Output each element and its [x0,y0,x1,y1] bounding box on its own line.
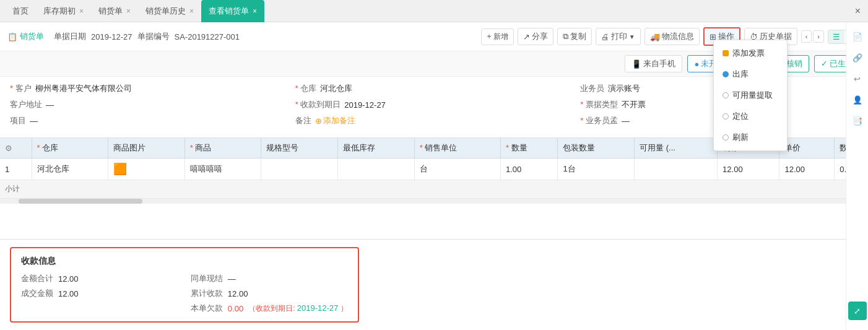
doc-date-value: 2019-12-27 [91,32,132,41]
tab-inventory[interactable]: 库存期初 × [36,0,91,22]
bottom-section: 收款信息 金额合计 12.00 同单现结 — 成交金额 12.00 累计收款 1… [0,239,868,330]
th-price: 单价 [779,138,835,158]
tab-sales[interactable]: 销货单 × [91,0,138,22]
sidebar-link-icon[interactable]: 🔗 [848,48,867,67]
ticket-type-label: 票据类型 [580,99,618,110]
tab-home[interactable]: 首页 [5,0,36,22]
staff2-label: 业务员孟 [580,115,618,126]
outbound-label: 出库 [732,69,749,80]
dropdown-outbound[interactable]: 出库 [714,64,787,85]
staff-label: 业务员 [580,83,604,94]
tab-view-sales-close[interactable]: × [253,7,257,15]
print-button[interactable]: 🖨 打印 ▼ [596,28,641,45]
cell-current-stock: 12.00 [718,158,779,180]
add-note-button[interactable]: ⊕ 添加备注 [315,115,355,126]
payment-total-label: 金额合计 [21,273,53,284]
tab-sales-history[interactable]: 销货单历史 × [138,0,201,22]
sidebar-doc-icon[interactable]: 📄 [848,27,867,46]
staff-value: 演示账号 [608,83,640,94]
sidebar-files-icon[interactable]: 📑 [848,111,867,130]
payment-date-value: 2019-12-27 [344,100,386,110]
payment-owed-row: 本单欠款 0.00 （收款到期日: 2019-12-27 ） [191,303,348,314]
project-value: — [30,116,38,126]
logistics-button[interactable]: 🚚 物流信息 [644,28,700,45]
window-close-button[interactable]: × [855,6,861,17]
new-button[interactable]: + 新增 [481,28,513,45]
copy-button[interactable]: ⧉ 复制 [557,28,592,45]
cell-spec [261,158,338,180]
nav-prev-button[interactable]: ‹ [801,30,812,43]
right-sidebar: 📄 🔗 ↩ 👤 📑 ⤢ [846,22,868,330]
doc-number-label: 单据编号 [137,31,170,42]
payment-same-bill-value: — [228,274,236,284]
horizontal-scrollbar[interactable] [0,199,868,204]
th-warehouse-required: * [37,143,40,152]
warehouse-label: 仓库 [295,83,317,94]
dropdown-locate[interactable]: 定位 [714,106,787,127]
cell-warehouse: 河北仓库 [32,158,108,180]
th-product: * 商品 [184,138,261,158]
address-value: — [46,100,54,110]
tab-sales-history-label: 销货单历史 [145,6,186,17]
payment-owed-label: 本单欠款 [191,303,223,314]
doc-number-value: SA-20191227-001 [175,32,240,41]
cell-min-stock [338,158,415,180]
payment-cumulative-value: 12.00 [228,289,248,298]
gear-icon: ⚙ [5,144,12,153]
warehouse-field: 仓库 河北仓库 [295,83,573,94]
effective-icon: ✓ [821,59,828,68]
outbound-icon [723,71,729,77]
print-label: 打印 [611,31,627,42]
project-label: 项目 [10,115,26,126]
sidebar-return-icon[interactable]: ↩ [848,69,867,88]
print-arrow: ▼ [629,33,635,40]
dropdown-refresh[interactable]: 刷新 [714,127,787,148]
share-label: 分享 [532,31,548,42]
add-note-icon: ⊕ [315,116,322,126]
add-invoice-label: 添加发票 [732,48,765,59]
customer-field: 客户 柳州粤港平安气体有限公司 [10,83,288,94]
nav-next-button[interactable]: › [813,30,824,43]
doc-title: 📋 销货单 [7,31,44,42]
scrollbar-thumb[interactable] [19,199,142,204]
payment-same-bill-label: 同单现结 [191,273,223,284]
print-icon: 🖨 [601,32,609,41]
refresh-icon [723,134,729,141]
th-gear: ⚙ [0,138,32,158]
subtotal-row: 小计 [0,180,868,199]
tab-inventory-close[interactable]: × [79,7,84,15]
logistics-label: 物流信息 [662,31,694,42]
note-field: 备注 ⊕ 添加备注 [295,115,573,126]
doc-icon: 📋 [7,32,17,41]
doc-date-label: 单据日期 [54,31,86,42]
logistics-icon: 🚚 [650,32,660,41]
tab-sales-close[interactable]: × [126,7,131,15]
table-row: 1 河北仓库 🟧 嘻嘻嘻嘻 台 1.00 1台 12.00 12.00 0. [0,158,868,180]
share-icon: ↗ [523,32,530,41]
available-extract-label: 可用量提取 [732,90,773,101]
payment-date-label: 收款到期日 [295,99,341,110]
payment-cumulative: 累计收款 12.00 [191,288,348,299]
payment-deal-amount: 成交金额 12.00 [21,288,178,299]
sidebar-expand-icon[interactable]: ⤢ [848,302,867,320]
cell-image: 🟧 [108,158,185,180]
address-label: 客户地址 [10,99,42,110]
cell-unit: 台 [414,158,500,180]
tab-sales-history-close[interactable]: × [189,7,194,15]
tab-view-sales[interactable]: 查看销货单 × [201,0,264,22]
add-note-label: 添加备注 [323,115,355,126]
sidebar-user-icon[interactable]: 👤 [848,90,867,109]
customer-value: 柳州粤港平安气体有限公司 [35,83,132,94]
view-list-button[interactable]: ☰ [828,30,844,43]
payment-owed-value: 0.00 [228,304,243,313]
payment-title: 收款信息 [21,256,348,267]
share-button[interactable]: ↗ 分享 [518,28,553,45]
dropdown-available-extract[interactable]: 可用量提取 [714,85,787,106]
available-extract-icon [723,92,729,98]
customer-label: 客户 [10,83,32,94]
from-phone-button[interactable]: 📱 来自手机 [625,55,682,72]
dropdown-add-invoice[interactable]: 添加发票 [714,43,787,64]
address-field: 客户地址 — [10,99,288,110]
doc-title-area: 📋 销货单 单据日期 2019-12-27 单据编号 SA-20191227-0… [7,31,240,42]
warehouse-value: 河北仓库 [320,83,352,94]
